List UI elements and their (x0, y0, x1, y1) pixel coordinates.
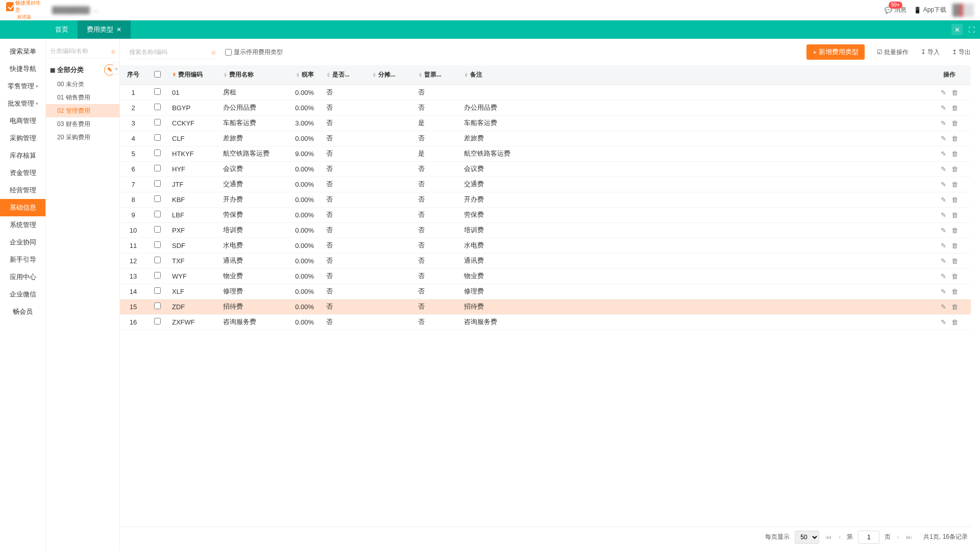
category-item[interactable]: 03 财务费用 (46, 117, 119, 131)
messages-button[interactable]: 💬 99+ 消息 (885, 6, 906, 14)
page-size-select[interactable]: 50 (795, 531, 819, 544)
edit-icon[interactable]: ✎ (941, 150, 946, 158)
next-page-button[interactable]: › (896, 534, 900, 541)
batch-ops-button[interactable]: ☑批量操作 (877, 48, 909, 57)
sidebar-item[interactable]: 采购管理 (0, 130, 45, 147)
edit-icon[interactable]: ✎ (941, 257, 946, 265)
sidebar-item[interactable]: 搜索菜单 (0, 43, 45, 60)
edit-icon[interactable]: ✎ (941, 288, 946, 295)
delete-icon[interactable]: 🗑 (951, 135, 958, 142)
sidebar-item[interactable]: 库存核算 (0, 147, 45, 164)
table-row[interactable]: 7JTF交通费0.00%否否交通费✎🗑 (120, 177, 971, 192)
table-row[interactable]: 16ZXFWF咨询服务费0.00%否否咨询服务费✎🗑 (120, 314, 971, 330)
edit-icon[interactable]: ✎ (941, 181, 946, 188)
sidebar-item[interactable]: 资金管理 (0, 164, 45, 182)
tab-home[interactable]: 首页 (46, 20, 78, 39)
show-disabled-checkbox[interactable]: 显示停用费用类型 (225, 48, 283, 57)
sidebar-item[interactable]: 批发管理▾ (0, 95, 45, 112)
table-row[interactable]: 10PXF培训费0.00%否否培训费✎🗑 (120, 222, 971, 238)
search-icon[interactable]: ⌕ (111, 47, 115, 55)
delete-icon[interactable]: 🗑 (951, 181, 958, 188)
avatar[interactable] (952, 4, 974, 17)
sidebar-item[interactable]: 企业协同 (0, 234, 45, 251)
tab-fee-type[interactable]: 费用类型 ✕ (78, 20, 131, 39)
col-remark[interactable]: ▲▼备注 (460, 65, 928, 85)
row-checkbox[interactable] (154, 272, 161, 279)
edit-icon[interactable]: ✎ (941, 227, 946, 234)
delete-icon[interactable]: 🗑 (951, 318, 958, 326)
edit-icon[interactable]: ✎ (941, 89, 946, 96)
table-row[interactable]: 9LBF劳保费0.00%否否劳保费✎🗑 (120, 207, 971, 222)
delete-icon[interactable]: 🗑 (951, 119, 958, 127)
row-checkbox[interactable] (154, 257, 161, 263)
edit-icon[interactable]: ✎ (941, 303, 946, 311)
sidebar-item[interactable]: 系统管理 (0, 216, 45, 234)
page-input[interactable] (858, 531, 879, 544)
table-row[interactable]: 5HTKYF航空铁路客运费9.00%否是航空铁路客运费✎🗑 (120, 146, 971, 161)
import-button[interactable]: ↧导入 (921, 48, 940, 57)
delete-icon[interactable]: 🗑 (951, 303, 958, 311)
edit-icon[interactable]: ✎ (941, 135, 946, 142)
table-row[interactable]: 15ZDF招待费0.00%否否招待费✎🗑 (120, 299, 971, 314)
col-rate[interactable]: ▲▼税率 (285, 65, 322, 85)
row-checkbox[interactable] (154, 104, 161, 110)
row-checkbox[interactable] (154, 134, 161, 141)
table-row[interactable]: 6HYF会议费0.00%否否会议费✎🗑 (120, 161, 971, 177)
row-checkbox[interactable] (154, 180, 161, 187)
edit-icon[interactable]: ✎ (941, 119, 946, 127)
row-checkbox[interactable] (154, 165, 161, 171)
sidebar-item[interactable]: 零售管理▾ (0, 78, 45, 95)
row-checkbox[interactable] (154, 88, 161, 95)
delete-icon[interactable]: 🗑 (951, 150, 958, 158)
category-item[interactable]: 20 采购费用 (46, 131, 119, 144)
delete-icon[interactable]: 🗑 (951, 196, 958, 204)
row-checkbox[interactable] (154, 303, 161, 309)
row-checkbox[interactable] (154, 211, 161, 217)
close-icon[interactable]: ✕ (116, 20, 121, 39)
sidebar-item[interactable]: 经营管理 (0, 182, 45, 199)
col-yn[interactable]: ▲▼是否... (322, 65, 368, 85)
sidebar-item[interactable]: 快捷导航 (0, 60, 45, 78)
row-checkbox[interactable] (154, 195, 161, 202)
close-all-tabs-button[interactable]: ✕ (951, 24, 963, 35)
row-checkbox[interactable] (154, 287, 161, 294)
col-share[interactable]: ▲▼分摊... (368, 65, 414, 85)
category-item[interactable]: 01 销售费用 (46, 91, 119, 104)
edit-icon[interactable]: ✎ (941, 165, 946, 173)
col-invoice[interactable]: ▲▼普票... (414, 65, 460, 85)
org-selector[interactable]: ████████⌄ (52, 6, 99, 14)
search-input[interactable] (129, 48, 201, 56)
app-download-button[interactable]: 📱 App下载 (914, 6, 946, 14)
delete-icon[interactable]: 🗑 (951, 272, 958, 280)
edit-icon[interactable]: ✎ (941, 211, 946, 219)
row-checkbox[interactable] (154, 226, 161, 233)
sidebar-item[interactable]: 畅会员 (0, 303, 45, 320)
delete-icon[interactable]: 🗑 (951, 165, 958, 173)
table-row[interactable]: 13WYF物业费0.00%否否物业费✎🗑 (120, 268, 971, 284)
category-all[interactable]: 全部分类 (57, 65, 84, 74)
prev-page-button[interactable]: ‹ (838, 534, 842, 541)
table-row[interactable]: 2BGYP办公用品费0.00%否否办公用品费✎🗑 (120, 100, 971, 115)
col-checkbox[interactable] (146, 65, 168, 85)
first-page-button[interactable]: ⏮ (824, 534, 832, 541)
table-row[interactable]: 11SDF水电费0.00%否否水电费✎🗑 (120, 238, 971, 253)
sidebar-item[interactable]: 新手引导 (0, 251, 45, 268)
collapse-panel-button[interactable]: « (113, 62, 120, 74)
table-row[interactable]: 4CLF差旅费0.00%否否差旅费✎🗑 (120, 131, 971, 146)
col-seq[interactable]: 序号 (120, 65, 146, 85)
last-page-button[interactable]: ⏭ (905, 534, 913, 541)
category-item[interactable]: 00 未分类 (46, 78, 119, 91)
edit-icon[interactable]: ✎ (941, 242, 946, 249)
sidebar-item[interactable]: 企业微信 (0, 286, 45, 303)
row-checkbox[interactable] (154, 119, 161, 126)
table-row[interactable]: 3CCKYF车船客运费3.00%否是车船客运费✎🗑 (120, 115, 971, 131)
new-fee-type-button[interactable]: + 新增费用类型 (806, 44, 865, 60)
export-button[interactable]: ↥导出 (952, 48, 971, 57)
delete-icon[interactable]: 🗑 (951, 104, 958, 112)
delete-icon[interactable]: 🗑 (951, 257, 958, 265)
table-row[interactable]: 101房租0.00%否否✎🗑 (120, 85, 971, 100)
row-checkbox[interactable] (154, 149, 161, 156)
table-row[interactable]: 14XLF修理费0.00%否否修理费✎🗑 (120, 284, 971, 299)
delete-icon[interactable]: 🗑 (951, 89, 958, 96)
table-row[interactable]: 8KBF开办费0.00%否否开办费✎🗑 (120, 192, 971, 207)
